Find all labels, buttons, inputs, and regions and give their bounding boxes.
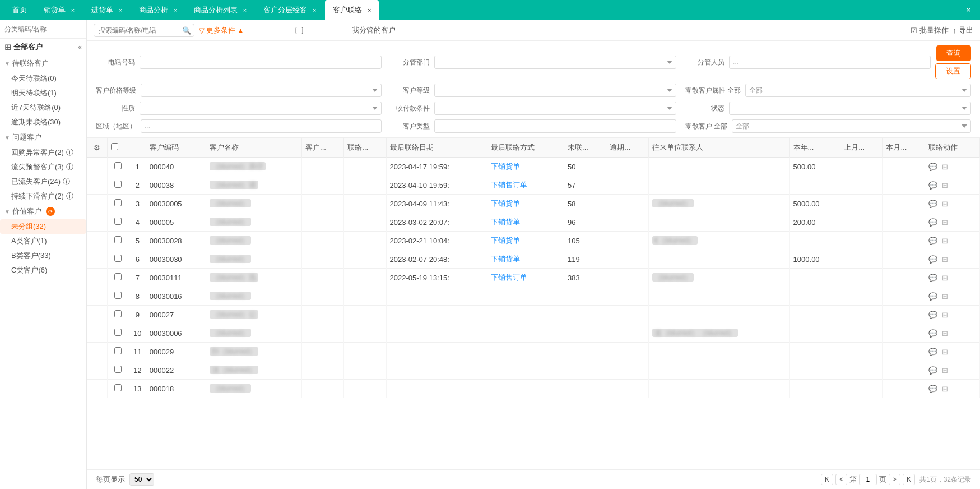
row-checkbox[interactable] [114, 384, 122, 391]
filter-nature-select[interactable] [140, 102, 382, 115]
contact-action-icon[interactable]: 💬 [928, 218, 937, 227]
collapse-icon[interactable]: « [78, 43, 82, 51]
th-last-contact-way[interactable]: 最后联络方式 [487, 138, 564, 158]
search-input[interactable] [94, 24, 194, 37]
last-page-button[interactable]: K [903, 474, 915, 485]
contact-action-icon[interactable]: 💬 [928, 181, 937, 190]
th-code[interactable]: 客户编码 [146, 138, 206, 158]
my-customers-checkbox[interactable]: 我分管的客户 [249, 25, 396, 35]
sidebar-item-today-pending[interactable]: 今天待联络(0) [0, 71, 86, 86]
row-checkbox[interactable] [114, 310, 122, 317]
filter-customer-type-input[interactable] [434, 119, 676, 133]
more-action-icon[interactable]: ⊞ [942, 274, 948, 282]
row-checkbox[interactable] [114, 366, 122, 373]
sidebar-group-value-customers[interactable]: ▼ 价值客户 ⟳ [0, 204, 86, 219]
more-action-icon[interactable]: ⊞ [942, 163, 948, 171]
th-partner-contact[interactable]: 往来单位联系人 [648, 138, 789, 158]
contact-action-icon[interactable]: 💬 [928, 255, 937, 264]
contact-action-icon[interactable]: 💬 [928, 366, 937, 375]
more-action-icon[interactable]: ⊞ [942, 237, 948, 245]
filter-retail-attr-select[interactable]: 全部 [745, 84, 971, 97]
more-action-icon[interactable]: ⊞ [942, 292, 948, 301]
contact-action-icon[interactable]: 💬 [928, 348, 937, 356]
contact-action-icon[interactable]: 💬 [928, 311, 937, 319]
row-checkbox[interactable] [114, 292, 122, 299]
contact-action-icon[interactable]: 💬 [928, 329, 937, 338]
sidebar-item-tomorrow-pending[interactable]: 明天待联络(1) [0, 86, 86, 100]
nav-product-analysis-list-close[interactable]: × [243, 7, 247, 13]
th-this-year[interactable]: 本年... [789, 138, 840, 158]
more-action-icon[interactable]: ⊞ [942, 181, 948, 190]
prev-page-button[interactable]: < [835, 474, 847, 485]
nav-sales-order[interactable]: 销货单 × [36, 0, 82, 20]
sidebar-item-7days-pending[interactable]: 近7天待联络(0) [0, 100, 86, 115]
last-contact-way-link[interactable]: 下销货单 [491, 162, 520, 170]
my-customers-check[interactable] [249, 27, 350, 34]
last-contact-way-link[interactable]: 下销货单 [491, 218, 520, 226]
row-checkbox[interactable] [114, 181, 122, 188]
window-close-button[interactable]: × [962, 5, 976, 15]
sidebar-search-input[interactable] [4, 25, 87, 33]
nav-purchase-order-close[interactable]: × [119, 7, 122, 13]
more-action-icon[interactable]: ⊞ [942, 311, 948, 319]
nav-product-analysis-list[interactable]: 商品分析列表 × [186, 0, 254, 20]
sidebar-item-churn-warning[interactable]: 流失预警客户(3) ⓘ [0, 160, 86, 174]
last-contact-way-link[interactable]: 下销货单 [491, 199, 520, 207]
page-size-select[interactable]: 50 [129, 473, 154, 486]
nav-purchase-order[interactable]: 进货单 × [83, 0, 130, 20]
sidebar-item-already-churned[interactable]: 已流失客户(24) ⓘ [0, 174, 86, 189]
filter-phone-input[interactable] [140, 56, 382, 69]
filter-person-input[interactable] [729, 56, 931, 69]
page-number-input[interactable] [859, 474, 877, 485]
row-checkbox[interactable] [114, 273, 122, 280]
sidebar-item-overdue-no-contact[interactable]: 逾期未联络(30) [0, 115, 86, 130]
row-checkbox[interactable] [114, 218, 122, 225]
row-checkbox[interactable] [114, 236, 122, 243]
filter-retail-customer-select[interactable]: 全部 [732, 119, 971, 133]
last-contact-way-link[interactable]: 下销售订单 [491, 273, 527, 282]
row-checkbox[interactable] [114, 255, 122, 262]
last-contact-way-link[interactable]: 下销货单 [491, 236, 520, 245]
last-contact-way-link[interactable]: 下销货单 [491, 255, 520, 263]
sidebar-item-ungrouped[interactable]: 未分组(32) [0, 219, 86, 234]
nav-customer-contact-close[interactable]: × [368, 7, 371, 13]
sidebar-item-class-a[interactable]: A类客户(1) [0, 234, 86, 248]
th-no-contact[interactable]: 未联... [564, 138, 606, 158]
more-action-icon[interactable]: ⊞ [942, 366, 948, 375]
th-this-month[interactable]: 本月... [883, 138, 925, 158]
nav-home[interactable]: 首页 [4, 0, 35, 20]
sidebar-all-customers[interactable]: ⊞ 全部客户 « [0, 39, 86, 56]
row-checkbox[interactable] [114, 162, 122, 169]
row-checkbox[interactable] [114, 347, 122, 354]
contact-action-icon[interactable]: 💬 [928, 200, 937, 208]
filter-payment-select[interactable] [434, 102, 676, 115]
nav-customer-segment[interactable]: 客户分层经客 × [256, 0, 324, 20]
filter-status-select[interactable] [729, 102, 971, 115]
select-all-checkbox[interactable] [111, 143, 118, 150]
sidebar-item-class-c[interactable]: C类客户(6) [0, 263, 86, 278]
more-action-icon[interactable]: ⊞ [942, 348, 948, 356]
export-button[interactable]: ↑ 导出 [953, 25, 974, 35]
contact-action-icon[interactable]: 💬 [928, 292, 937, 301]
search-icon[interactable]: 🔍 [182, 26, 191, 35]
th-overdue[interactable]: 逾期... [606, 138, 648, 158]
filter-region-input[interactable] [141, 119, 382, 133]
contact-action-icon[interactable]: 💬 [928, 385, 937, 393]
row-checkbox[interactable] [114, 329, 122, 336]
contact-action-icon[interactable]: 💬 [928, 237, 937, 245]
last-contact-way-link[interactable]: 下销售订单 [491, 181, 527, 189]
next-page-button[interactable]: > [889, 474, 900, 485]
sidebar-item-continuous-decline[interactable]: 持续下滑客户(2) ⓘ [0, 189, 86, 204]
nav-sales-order-close[interactable]: × [71, 7, 75, 13]
sidebar-group-pending-contact[interactable]: ▼ 待联络客户 [0, 56, 86, 71]
nav-product-analysis-close[interactable]: × [174, 7, 177, 13]
th-last-month[interactable]: 上月... [840, 138, 883, 158]
contact-action-icon[interactable]: 💬 [928, 274, 937, 282]
more-action-icon[interactable]: ⊞ [942, 385, 948, 393]
th-last-contact-date[interactable]: 最后联络日期 [386, 138, 487, 158]
sidebar-group-problem-customers[interactable]: ▼ 问题客户 [0, 130, 86, 145]
filter-price-level-select[interactable] [141, 84, 382, 97]
more-action-icon[interactable]: ⊞ [942, 218, 948, 227]
contact-action-icon[interactable]: 💬 [928, 163, 937, 171]
nav-customer-contact[interactable]: 客户联络 × [325, 0, 379, 20]
